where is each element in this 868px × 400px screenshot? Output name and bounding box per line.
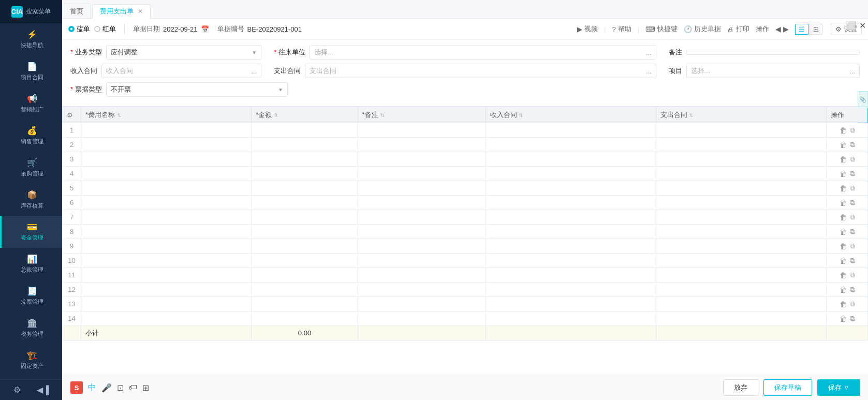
cell-income-14[interactable] [486, 312, 656, 326]
cell-expense-12[interactable] [81, 283, 252, 297]
cell-expense-1[interactable] [81, 123, 252, 138]
cell-note-8[interactable] [358, 225, 486, 239]
cell-income-10[interactable] [486, 254, 656, 268]
th-expense-contract[interactable]: 支出合同 ⇅ [656, 107, 826, 123]
cell-amount-13[interactable] [252, 297, 358, 312]
th-income-contract[interactable]: 收入合同 ⇅ [486, 107, 656, 123]
sidebar-item-yingxiao[interactable]: 📢 营销推广 [0, 87, 62, 120]
delete-icon-13[interactable]: 🗑 [840, 300, 847, 308]
audio-icon[interactable]: ◀▐ [37, 385, 49, 395]
cell-amount-9[interactable] [252, 239, 358, 254]
copy-icon-11[interactable]: ⧉ [850, 271, 855, 279]
grid-view-button[interactable]: ⊞ [810, 24, 822, 35]
business-type-select[interactable]: 应付调整 ▼ [106, 45, 262, 60]
cell-expense2-13[interactable] [656, 297, 826, 312]
list-view-button[interactable]: ☰ [795, 24, 808, 35]
cell-expense2-7[interactable] [656, 210, 826, 225]
sidebar-search-label[interactable]: 搜索菜单 [26, 7, 51, 16]
cell-income-7[interactable] [486, 210, 656, 225]
shortcut-button[interactable]: ⌨ 快捷键 [645, 24, 678, 34]
tab-close-expense[interactable]: ✕ [138, 8, 143, 15]
settings-icon[interactable]: ⚙ [13, 385, 21, 395]
copy-icon-10[interactable]: ⧉ [850, 256, 855, 265]
cell-income-1[interactable] [486, 123, 656, 138]
expense-contract-input[interactable]: 支出合同 ... [305, 64, 656, 78]
cell-expense-9[interactable] [81, 239, 252, 254]
delete-icon-11[interactable]: 🗑 [840, 271, 847, 279]
prev-record-icon[interactable]: ◀ [775, 25, 781, 33]
bookmark-icon[interactable]: 🏷 [129, 383, 137, 392]
ellipsis-icon[interactable]: ... [646, 49, 652, 56]
cell-income-4[interactable] [486, 167, 656, 181]
cell-expense-14[interactable] [81, 312, 252, 326]
copy-icon-3[interactable]: ⧉ [850, 155, 855, 164]
tab-home[interactable]: 首页 [62, 4, 91, 18]
cell-amount-2[interactable] [252, 138, 358, 152]
red-bill-radio[interactable]: 红单 [94, 24, 116, 34]
delete-icon-9[interactable]: 🗑 [840, 242, 847, 250]
delete-icon-3[interactable]: 🗑 [840, 155, 847, 164]
cell-note-4[interactable] [358, 167, 486, 181]
cell-note-10[interactable] [358, 254, 486, 268]
copy-icon-6[interactable]: ⧉ [850, 198, 855, 207]
copy-icon-2[interactable]: ⧉ [850, 140, 855, 149]
cell-amount-11[interactable] [252, 268, 358, 283]
cell-amount-12[interactable] [252, 283, 358, 297]
blue-bill-radio[interactable]: 蓝单 [68, 24, 90, 34]
cell-amount-4[interactable] [252, 167, 358, 181]
cell-amount-6[interactable] [252, 196, 358, 210]
history-button[interactable]: 🕐 历史单据 [684, 24, 721, 34]
cell-income-6[interactable] [486, 196, 656, 210]
cell-expense2-10[interactable] [656, 254, 826, 268]
copy-icon-8[interactable]: ⧉ [850, 227, 855, 236]
sidebar-item-gudingzichan[interactable]: 🏗️ 固定资产 [0, 344, 62, 376]
delete-icon-5[interactable]: 🗑 [840, 184, 847, 192]
cell-income-11[interactable] [486, 268, 656, 283]
number-value[interactable]: BE-20220921-001 [247, 25, 302, 33]
delete-icon-14[interactable]: 🗑 [840, 315, 847, 323]
project-input[interactable]: 选择... ... [686, 64, 860, 78]
sidebar-item-zhangzhang[interactable]: 📊 总账管理 [0, 248, 62, 280]
attachment-tab[interactable]: 📎 [858, 91, 868, 107]
sidebar-item-xiangmu[interactable]: 📄 项目合同 [0, 55, 62, 87]
cell-expense2-2[interactable] [656, 138, 826, 152]
cell-income-13[interactable] [486, 297, 656, 312]
th-amount[interactable]: *金额 ⇅ [252, 107, 358, 123]
table-settings-icon[interactable]: ⚙ [67, 111, 73, 119]
cell-expense2-6[interactable] [656, 196, 826, 210]
delete-icon-12[interactable]: 🗑 [840, 286, 847, 294]
zhong-icon[interactable]: 中 [88, 382, 96, 393]
income-contract-input[interactable]: 收入合同 ... [101, 64, 261, 78]
copy-icon-7[interactable]: ⧉ [850, 213, 855, 221]
cell-note-2[interactable] [358, 138, 486, 152]
cell-amount-5[interactable] [252, 181, 358, 196]
s-logo-icon[interactable]: S [70, 381, 83, 394]
remark-input[interactable] [686, 50, 860, 55]
cell-income-9[interactable] [486, 239, 656, 254]
cell-expense2-9[interactable] [656, 239, 826, 254]
cell-note-12[interactable] [358, 283, 486, 297]
copy-icon-12[interactable]: ⧉ [850, 285, 855, 294]
cell-income-12[interactable] [486, 283, 656, 297]
cell-expense2-12[interactable] [656, 283, 826, 297]
delete-icon-7[interactable]: 🗑 [840, 213, 847, 221]
cell-note-3[interactable] [358, 152, 486, 167]
grid-icon[interactable]: ⊞ [142, 383, 149, 393]
cell-expense2-1[interactable] [656, 123, 826, 138]
cell-amount-3[interactable] [252, 152, 358, 167]
tab-expense[interactable]: 费用支出单✕ [92, 4, 151, 19]
sidebar-item-shuiwu[interactable]: 🏛️ 税务管理 [0, 312, 62, 344]
cell-expense2-8[interactable] [656, 225, 826, 239]
cell-amount-7[interactable] [252, 210, 358, 225]
copy-icon-5[interactable]: ⧉ [850, 184, 855, 192]
cell-expense-11[interactable] [81, 268, 252, 283]
cell-income-3[interactable] [486, 152, 656, 167]
help-button[interactable]: ? 帮助 [612, 24, 631, 34]
cell-expense-7[interactable] [81, 210, 252, 225]
video-button[interactable]: ▶ 视频 [577, 24, 598, 34]
calendar-icon[interactable]: 📅 [201, 25, 209, 33]
cell-expense-3[interactable] [81, 152, 252, 167]
sidebar-item-caigou[interactable]: 🛒 采购管理 [0, 152, 62, 184]
cell-income-5[interactable] [486, 181, 656, 196]
ellipsis-icon4[interactable]: ... [849, 67, 855, 75]
